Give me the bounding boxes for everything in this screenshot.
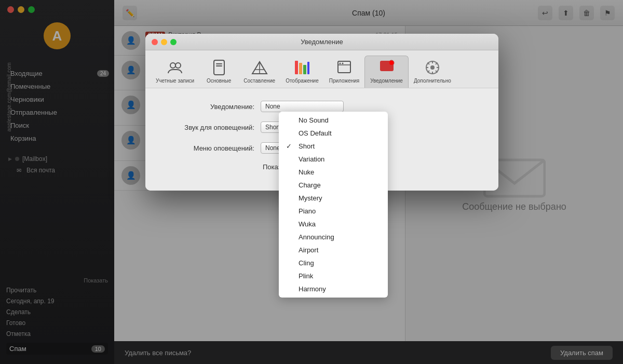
svg-point-18 bbox=[389, 61, 394, 65]
dropdown-item-announcing[interactable]: Announcing bbox=[279, 231, 388, 244]
advanced-icon bbox=[424, 59, 441, 76]
dropdown-item-no-sound[interactable]: No Sound bbox=[279, 114, 388, 127]
dropdown-label: Plink bbox=[299, 272, 381, 280]
dropdown-item-cling[interactable]: Cling bbox=[279, 257, 388, 269]
tab-notifications[interactable]: Уведомление bbox=[364, 56, 409, 88]
dropdown-label: Charge bbox=[299, 181, 381, 189]
svg-point-14 bbox=[339, 63, 341, 64]
dropdown-label: Nuke bbox=[299, 168, 381, 176]
svg-rect-11 bbox=[307, 62, 309, 74]
dropdown-item-wuka[interactable]: Wuka bbox=[279, 218, 388, 231]
dropdown-label: Announcing bbox=[299, 233, 381, 241]
accounts-icon bbox=[167, 59, 183, 76]
notification-label: Уведомление: bbox=[161, 103, 254, 111]
tab-advanced[interactable]: Дополнительно bbox=[409, 56, 456, 88]
prefs-close-button[interactable] bbox=[152, 39, 158, 45]
dropdown-item-piano[interactable]: Piano bbox=[279, 205, 388, 218]
svg-rect-9 bbox=[299, 63, 302, 74]
dropdown-item-airport[interactable]: Airport bbox=[279, 244, 388, 257]
notification-select-wrapper: None bbox=[261, 101, 344, 112]
dropdown-item-harmony[interactable]: Harmony bbox=[279, 282, 388, 295]
prefs-maximize-button[interactable] bbox=[170, 39, 177, 45]
apps-icon bbox=[336, 59, 353, 76]
prefs-traffic-lights bbox=[152, 39, 177, 45]
menu-label: Меню оповещений: bbox=[161, 144, 254, 152]
tab-compose[interactable]: Составление bbox=[238, 56, 280, 88]
tab-accounts-label: Учетные записи bbox=[156, 78, 194, 84]
dropdown-item-os-default[interactable]: OS Default bbox=[279, 127, 388, 140]
tab-compose-label: Составление bbox=[243, 78, 275, 84]
prefs-notification-row: Уведомление: None bbox=[161, 101, 483, 112]
notifications-icon bbox=[378, 59, 395, 76]
svg-rect-10 bbox=[303, 65, 306, 74]
dropdown-label: Cling bbox=[299, 259, 381, 267]
prefs-title: Уведомление bbox=[301, 38, 343, 46]
dropdown-item-mystery[interactable]: Mystery bbox=[279, 192, 388, 205]
dropdown-item-nuke[interactable]: Nuke bbox=[279, 166, 388, 179]
dropdown-label: Harmony bbox=[299, 285, 381, 293]
check-icon: ✓ bbox=[286, 142, 293, 150]
tab-accounts[interactable]: Учетные записи bbox=[151, 56, 199, 88]
svg-point-2 bbox=[175, 63, 181, 68]
tab-general[interactable]: Основные bbox=[199, 56, 238, 88]
tab-notifications-label: Уведомление bbox=[370, 78, 403, 84]
general-icon bbox=[211, 59, 227, 76]
sound-label: Звук для оповещений: bbox=[161, 124, 254, 131]
svg-rect-8 bbox=[295, 61, 298, 74]
prefs-minimize-button[interactable] bbox=[161, 39, 167, 45]
dropdown-item-short[interactable]: ✓ Short bbox=[279, 140, 388, 153]
dropdown-label: Wuka bbox=[299, 220, 381, 228]
tab-display[interactable]: Отображение bbox=[280, 56, 324, 88]
sound-dropdown-menu[interactable]: No Sound OS Default ✓ Short Variation Nu… bbox=[279, 112, 388, 298]
tab-advanced-label: Дополнительно bbox=[414, 78, 451, 84]
dropdown-label: No Sound bbox=[299, 116, 381, 124]
svg-point-20 bbox=[430, 65, 435, 70]
notification-control: None bbox=[261, 101, 344, 112]
tab-apps-label: Приложения bbox=[329, 78, 360, 84]
tab-display-label: Отображение bbox=[286, 78, 319, 84]
svg-rect-4 bbox=[216, 63, 222, 64]
display-icon bbox=[294, 59, 310, 76]
dropdown-label: Mystery bbox=[299, 194, 381, 202]
prefs-titlebar: Уведомление bbox=[145, 34, 498, 50]
svg-rect-3 bbox=[214, 60, 224, 75]
dropdown-label: Piano bbox=[299, 207, 381, 215]
tab-apps[interactable]: Приложения bbox=[324, 56, 365, 88]
dropdown-item-charge[interactable]: Charge bbox=[279, 179, 388, 192]
notification-select[interactable]: None bbox=[261, 101, 344, 112]
svg-rect-5 bbox=[216, 65, 222, 66]
compose-icon bbox=[251, 59, 268, 76]
dropdown-label: OS Default bbox=[299, 129, 381, 137]
dropdown-label: Variation bbox=[299, 155, 381, 163]
svg-point-1 bbox=[170, 63, 175, 68]
svg-point-15 bbox=[342, 63, 343, 64]
prefs-tabs: Учетные записи Основные Составление bbox=[145, 50, 498, 88]
dropdown-label: Airport bbox=[299, 246, 381, 254]
dropdown-item-variation[interactable]: Variation bbox=[279, 153, 388, 166]
tab-general-label: Основные bbox=[207, 78, 231, 84]
dropdown-item-plink[interactable]: Plink bbox=[279, 269, 388, 282]
dropdown-label: Short bbox=[299, 142, 381, 150]
